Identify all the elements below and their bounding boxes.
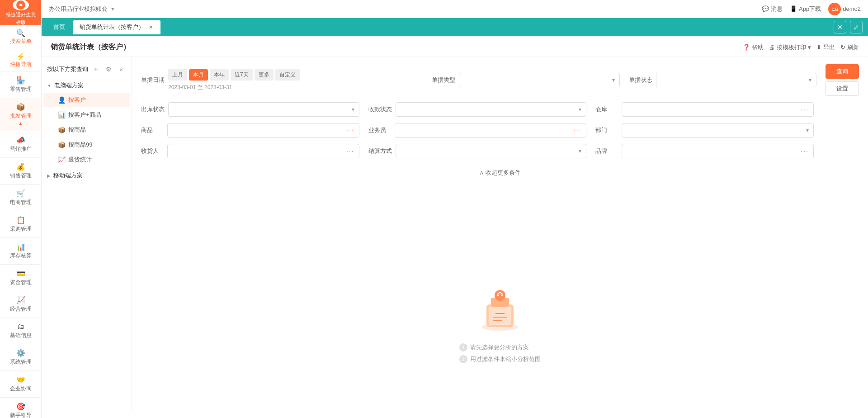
scheme-item-by-customer-goods[interactable]: 📊 按客户+商品 (43, 108, 130, 122)
settlement-arrow: ▾ (579, 148, 581, 154)
filter-dept: 部门 ▾ (595, 123, 814, 138)
scheme-group-header-mobile[interactable]: ▶ 移动端方案 (42, 169, 132, 182)
message-icon: 💬 (762, 5, 769, 12)
sidebar-item-sales[interactable]: 💰 销售管理 (0, 158, 41, 185)
filter-out-status: 出库状态 ▾ (141, 102, 359, 117)
date-btn-last-month[interactable]: 上月 (168, 69, 187, 81)
type-select[interactable]: ▾ (459, 73, 619, 87)
tabbar-actions: ✕ ⤢ (834, 21, 863, 33)
app-logo[interactable]: 畅捷通好生意 标版 (0, 0, 41, 25)
scheme-settings-btn[interactable]: ⚙ (104, 64, 113, 74)
dept-label: 部门 (595, 126, 618, 134)
empty-state: 1 请先选择要分析的方案 2 用过滤条件来缩小分析范围 (132, 232, 868, 413)
dept-select[interactable]: ▾ (622, 123, 814, 138)
sidebar-item-base[interactable]: 🗂 基础信息 (0, 318, 41, 344)
warehouse-select[interactable]: ··· (622, 102, 814, 117)
date-btn-more[interactable]: 更多 (255, 69, 274, 81)
sidebar-item-marketing[interactable]: 📣 营销推广 (0, 131, 41, 158)
close-tab-btn[interactable]: ✕ (834, 21, 846, 33)
settings-button[interactable]: 设置 (826, 81, 859, 96)
action-buttons: 查询 设置 (826, 64, 859, 96)
scheme-panel: 按以下方案查询 ＋ ⚙ « ▼ 电脑端方案 👤 按客户 (42, 57, 132, 413)
print-btn[interactable]: 🖨 按模板打印 ▾ (769, 43, 811, 52)
sidebar-item-system[interactable]: ⚙️ 系统管理 (0, 344, 41, 371)
group-arrow-mobile: ▶ (47, 173, 51, 178)
app-name: 畅捷通好生意 (6, 11, 36, 18)
ecommerce-icon: 🛒 (2, 189, 39, 198)
svg-point-6 (497, 294, 499, 296)
sidebar-item-operation[interactable]: 📈 经营管理 (0, 291, 41, 318)
scheme-item-return-stats[interactable]: 📈 退货统计 (43, 152, 130, 167)
scheme-item-by-goods[interactable]: 📦 按商品 (43, 123, 130, 137)
sidebar-item-search[interactable]: 🔍 搜索菜单 (0, 25, 41, 49)
goods-select[interactable]: ··· (167, 123, 359, 138)
expand-tab-btn[interactable]: ⤢ (850, 21, 863, 33)
filter-type: 单据类型 ▾ (432, 73, 619, 87)
settlement-select[interactable]: ▾ (396, 144, 587, 158)
query-button[interactable]: 查询 (826, 64, 859, 79)
collapse-bar[interactable]: ∧ 收起更多条件 (141, 165, 859, 180)
date-btn-custom[interactable]: 自定义 (275, 69, 300, 81)
salesperson-select[interactable]: ··· (395, 123, 587, 138)
dept-arrow: ▾ (806, 127, 809, 133)
export-btn[interactable]: ⬇ 导出 (816, 43, 835, 52)
message-btn[interactable]: 💬 消息 (762, 5, 783, 13)
app-download-btn[interactable]: 📱 App下载 (790, 5, 821, 13)
retail-icon: 🏪 (2, 76, 39, 85)
sidebar-item-inventory[interactable]: 📊 库存核算 (0, 238, 41, 265)
brand-dots: ··· (801, 147, 809, 155)
out-status-select[interactable]: ▾ (168, 102, 359, 117)
filter-goods: 商品 ··· (141, 123, 359, 138)
filter-area: 单据日期 上月 本月 本年 近7天 更多 自定义 20 (132, 57, 868, 232)
sales-icon: 💰 (2, 162, 39, 171)
filter-warehouse: 仓库 ··· (595, 102, 814, 117)
filter-row-4: 收货人 ··· 结算方式 ▾ (141, 144, 859, 158)
status-select[interactable]: ▾ (656, 73, 816, 87)
receiver-select[interactable]: ··· (167, 144, 359, 158)
empty-tip-1: 1 请先选择要分析的方案 (459, 343, 541, 352)
filter-row-1: 单据日期 上月 本月 本年 近7天 更多 自定义 20 (141, 64, 859, 96)
by-goods-icon: 📦 (58, 126, 66, 133)
receive-status-select[interactable]: ▾ (396, 102, 587, 117)
topbar-dropdown-arrow[interactable]: ▾ (111, 5, 114, 12)
tab-report[interactable]: 销货单统计表（按客户） ✕ (73, 20, 160, 34)
help-btn[interactable]: ❓ 帮助 (743, 43, 764, 52)
brand-select[interactable]: ··· (622, 144, 814, 158)
topbar: 办公用品行业模拟账套 ▾ 💬 消息 📱 App下载 Ea demo2 (42, 0, 868, 18)
sidebar-item-finance[interactable]: 💳 资金管理 (0, 265, 41, 291)
date-btn-this-year[interactable]: 本年 (210, 69, 229, 81)
status-dropdown-arrow: ▾ (809, 77, 811, 83)
scheme-add-btn[interactable]: ＋ (91, 64, 101, 74)
scheme-group-desktop: ▼ 电脑端方案 👤 按客户 📊 按客户+商品 📦 按商品 (42, 79, 132, 167)
sidebar-item-enterprise[interactable]: 🤝 企业协同 (0, 371, 41, 398)
sidebar: 畅捷通好生意 标版 🔍 搜索菜单 ⚡ 快捷导航 🏪 零售管理 📦 批发管理 ▲ … (0, 0, 42, 418)
content-area: 按以下方案查询 ＋ ⚙ « ▼ 电脑端方案 👤 按客户 (42, 57, 868, 413)
scheme-item-by-goods99[interactable]: 📦 按商品99 (43, 138, 130, 152)
sidebar-item-ecommerce[interactable]: 🛒 电商管理 (0, 185, 41, 211)
scheme-panel-header: 按以下方案查询 ＋ ⚙ « (42, 62, 132, 77)
sidebar-item-purchase[interactable]: 📋 采购管理 (0, 211, 41, 238)
date-btn-this-month[interactable]: 本月 (189, 69, 208, 81)
sidebar-item-quick-nav[interactable]: ⚡ 快捷导航 (0, 49, 41, 71)
collapse-arrow: ∧ (479, 169, 486, 176)
page: 销货单统计表（按客户） ❓ 帮助 🖨 按模板打印 ▾ ⬇ 导出 ↻ 刷新 (42, 36, 868, 418)
type-label: 单据类型 (432, 76, 455, 84)
sidebar-item-retail[interactable]: 🏪 零售管理 (0, 71, 41, 98)
page-actions: ❓ 帮助 🖨 按模板打印 ▾ ⬇ 导出 ↻ 刷新 (743, 43, 859, 52)
operation-icon: 📈 (2, 296, 39, 304)
sidebar-item-wholesale[interactable]: 📦 批发管理 ▲ (0, 98, 41, 131)
tab-close-btn[interactable]: ✕ (147, 24, 154, 31)
sidebar-item-newbie[interactable]: 🎯 新手引导 (0, 398, 41, 418)
scheme-item-by-customer[interactable]: 👤 按客户 (43, 93, 130, 107)
empty-tip-2: 2 用过滤条件来缩小分析范围 (459, 355, 541, 363)
topbar-left: 办公用品行业模拟账套 ▾ (49, 5, 114, 13)
by-goods99-icon: 📦 (58, 141, 66, 148)
refresh-btn[interactable]: ↻ 刷新 (840, 43, 859, 52)
scheme-group-header-desktop[interactable]: ▼ 电脑端方案 (42, 79, 132, 92)
scheme-collapse-btn[interactable]: « (116, 64, 126, 74)
refresh-icon: ↻ (840, 44, 845, 51)
user-profile[interactable]: Ea demo2 (828, 3, 861, 15)
group-arrow-desktop: ▼ (47, 83, 52, 88)
tab-home[interactable]: 首页 (47, 20, 71, 34)
date-btn-7days[interactable]: 近7天 (231, 69, 253, 81)
